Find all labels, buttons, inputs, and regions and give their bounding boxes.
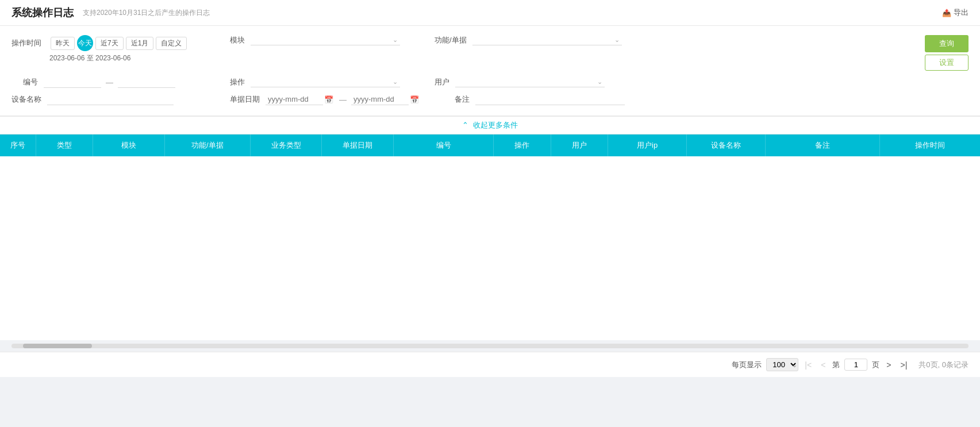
function-select[interactable]: ⌄ <box>472 35 622 45</box>
page-label: 第 <box>832 360 840 370</box>
table-container: 序号 类型 模块 功能/单据 业务类型 单据日期 编号 操作 用户 用户ip 设… <box>0 134 980 340</box>
code-end-input[interactable] <box>118 76 175 88</box>
time-buttons: 昨天 今天 近7天 近1月 自定义 <box>51 35 187 51</box>
date-end-input[interactable] <box>351 94 409 105</box>
page-unit: 页 <box>872 360 879 370</box>
col-type: 类型 <box>36 134 93 156</box>
remark-input[interactable] <box>475 94 625 105</box>
date-calendar-start-icon[interactable]: 📅 <box>324 95 333 104</box>
module-label: 模块 <box>230 35 251 45</box>
col-op-time: 操作时间 <box>880 134 980 156</box>
code-separator: — <box>106 78 113 87</box>
col-user-ip: 用户ip <box>608 134 687 156</box>
time-btn-custom[interactable]: 自定义 <box>156 37 187 50</box>
function-label: 功能/单据 <box>435 35 472 45</box>
module-chevron-icon: ⌄ <box>393 36 398 44</box>
code-label: 编号 <box>11 77 44 87</box>
action-buttons: 查询 设置 <box>925 35 969 71</box>
scrollbar-thumb[interactable] <box>23 344 92 348</box>
collapse-label: 收起更多条件 <box>473 121 518 129</box>
date-start-input[interactable] <box>266 94 323 105</box>
next-page-button[interactable]: > <box>884 359 893 371</box>
page-size-select[interactable]: 100 50 200 500 <box>766 358 798 371</box>
operation-chevron-icon: ⌄ <box>393 78 398 86</box>
date-separator: — <box>339 95 347 104</box>
prev-page-button[interactable]: < <box>818 359 828 371</box>
collapse-icon: ⌃ <box>462 121 468 129</box>
pagination-bar: 每页显示 100 50 200 500 ⌄ |< < 第 页 > >| 共0页,… <box>0 352 980 377</box>
time-btn-today[interactable]: 今天 <box>77 35 93 51</box>
operation-label: 操作 <box>230 77 251 87</box>
collapse-bar[interactable]: ⌃ 收起更多条件 <box>0 116 980 134</box>
operation-select[interactable]: ⌄ <box>251 77 400 87</box>
col-remark: 备注 <box>766 134 880 156</box>
user-label: 用户 <box>435 77 455 87</box>
page-number-input[interactable] <box>844 359 867 371</box>
date-calendar-end-icon[interactable]: 📅 <box>410 95 419 104</box>
time-btn-7days[interactable]: 近7天 <box>95 37 124 50</box>
last-page-button[interactable]: >| <box>898 359 910 371</box>
export-button[interactable]: 📤 导出 <box>942 7 969 18</box>
user-chevron-icon: ⌄ <box>597 78 602 86</box>
time-btn-1month[interactable]: 近1月 <box>126 37 154 50</box>
col-function: 功能/单据 <box>164 134 250 156</box>
scrollbar-track[interactable] <box>11 344 969 348</box>
first-page-button[interactable]: |< <box>802 359 814 371</box>
page-title: 系统操作日志 <box>11 6 74 20</box>
page-subtitle: 支持2020年10月31日之后产生的操作日志 <box>83 8 210 18</box>
time-btn-yesterday[interactable]: 昨天 <box>51 37 75 50</box>
function-chevron-icon: ⌄ <box>614 36 620 44</box>
time-label: 操作时间 <box>11 38 47 48</box>
col-doc-date: 单据日期 <box>322 134 393 156</box>
settings-button[interactable]: 设置 <box>925 55 969 71</box>
col-seq: 序号 <box>0 134 36 156</box>
device-label: 设备名称 <box>11 94 47 105</box>
col-user: 用户 <box>551 134 608 156</box>
export-icon: 📤 <box>942 9 951 17</box>
time-range-text: 2023-06-06 至 2023-06-06 <box>49 53 130 63</box>
user-select[interactable]: ⌄ <box>455 77 605 87</box>
query-button[interactable]: 查询 <box>925 35 969 52</box>
total-label: 共0页, 0条记录 <box>918 360 969 370</box>
table-header-row: 序号 类型 模块 功能/单据 业务类型 单据日期 编号 操作 用户 用户ip 设… <box>0 134 980 156</box>
top-bar: 系统操作日志 支持2020年10月31日之后产生的操作日志 📤 导出 <box>0 0 980 26</box>
module-select[interactable]: ⌄ <box>251 35 400 45</box>
remark-label: 备注 <box>455 94 475 105</box>
col-device: 设备名称 <box>687 134 766 156</box>
col-module: 模块 <box>93 134 164 156</box>
page-size-label: 每页显示 <box>732 360 762 370</box>
col-biz-type: 业务类型 <box>251 134 322 156</box>
empty-area <box>0 156 980 340</box>
device-input[interactable] <box>47 94 174 105</box>
filter-area: 操作时间 昨天 今天 近7天 近1月 自定义 2023-06-06 至 2023… <box>0 26 980 116</box>
code-start-input[interactable] <box>44 76 101 88</box>
scrollbar-area[interactable] <box>0 340 980 352</box>
col-operation: 操作 <box>494 134 551 156</box>
data-table: 序号 类型 模块 功能/单据 业务类型 单据日期 编号 操作 用户 用户ip 设… <box>0 134 980 156</box>
col-code: 编号 <box>393 134 493 156</box>
date-label: 单据日期 <box>230 94 266 105</box>
export-label: 导出 <box>954 7 969 18</box>
